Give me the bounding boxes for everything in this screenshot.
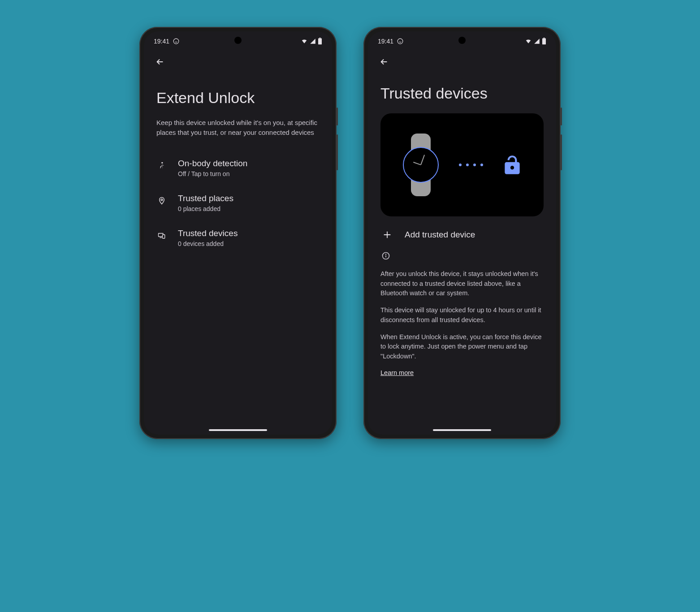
svg-point-4 (161, 199, 163, 201)
phone-mockup-left: 19:41 Extend Unlock Keep this device unl… (139, 27, 337, 439)
phone-mockup-right: 19:41 Trusted devices (363, 27, 561, 439)
setting-subtitle: 0 places added (178, 205, 320, 212)
status-bar: 19:41 (368, 31, 556, 48)
arrow-back-icon (379, 57, 389, 67)
page-title: Trusted devices (380, 84, 544, 103)
setting-title: Trusted devices (178, 228, 320, 238)
svg-point-13 (386, 254, 386, 254)
plus-icon (382, 230, 392, 240)
setting-trusted-places[interactable]: Trusted places 0 places added (156, 185, 320, 220)
svg-point-0 (173, 39, 179, 44)
status-app-icon (397, 38, 403, 44)
page-title: Extend Unlock (156, 89, 320, 107)
add-label: Add trusted device (405, 230, 475, 240)
wifi-icon (301, 38, 308, 44)
learn-more-link[interactable]: Learn more (380, 369, 414, 376)
signal-icon (310, 38, 316, 44)
location-icon (156, 195, 167, 206)
svg-point-8 (398, 39, 403, 44)
arrow-back-icon (155, 57, 165, 67)
unlock-icon (501, 152, 523, 177)
info-paragraph-1: After you unlock this device, it stays u… (380, 269, 544, 298)
signal-icon (534, 38, 540, 44)
battery-icon (318, 38, 322, 45)
setting-on-body-detection[interactable]: On-body detection Off / Tap to turn on (156, 151, 320, 185)
add-trusted-device-button[interactable]: Add trusted device (380, 225, 544, 249)
svg-rect-2 (319, 38, 320, 39)
status-bar: 19:41 (144, 31, 332, 48)
info-paragraph-2: This device will stay unlocked for up to… (380, 306, 544, 325)
back-button[interactable] (375, 53, 393, 71)
svg-rect-10 (543, 38, 544, 39)
back-button[interactable] (151, 53, 169, 71)
svg-rect-1 (318, 39, 322, 45)
nav-handle[interactable] (209, 429, 267, 431)
setting-title: On-body detection (178, 159, 320, 168)
setting-subtitle: 0 devices added (178, 240, 320, 247)
info-paragraph-3: When Extend Unlock is active, you can fo… (380, 332, 544, 362)
connection-dots-icon (459, 164, 483, 166)
illustration-card (380, 113, 544, 216)
svg-rect-9 (542, 39, 546, 45)
status-time: 19:41 (154, 38, 169, 45)
screen-extend-unlock: 19:41 Extend Unlock Keep this device unl… (144, 31, 332, 435)
devices-icon (156, 230, 167, 241)
svg-rect-6 (163, 235, 165, 238)
info-icon (381, 251, 544, 262)
walking-icon (156, 160, 167, 171)
page-description: Keep this device unlocked while it's on … (156, 118, 320, 138)
status-time: 19:41 (378, 38, 393, 45)
svg-point-3 (161, 162, 163, 163)
setting-title: Trusted places (178, 194, 320, 203)
setting-trusted-devices[interactable]: Trusted devices 0 devices added (156, 220, 320, 255)
battery-icon (542, 38, 546, 45)
watch-icon (401, 134, 441, 196)
wifi-icon (525, 38, 532, 44)
status-app-icon (173, 38, 179, 44)
setting-subtitle: Off / Tap to turn on (178, 170, 320, 177)
screen-trusted-devices: 19:41 Trusted devices (368, 31, 556, 435)
nav-handle[interactable] (433, 429, 491, 431)
